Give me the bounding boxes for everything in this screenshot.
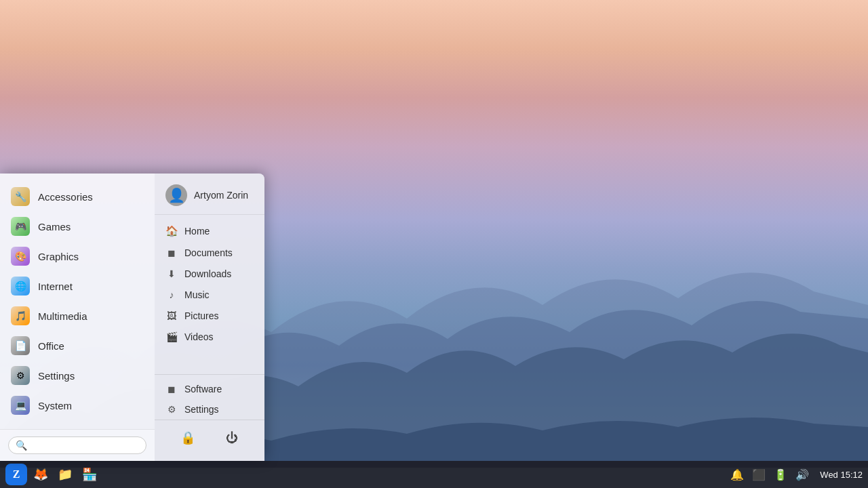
place-label-downloads: Downloads [184, 268, 231, 279]
place-label-settings-place: Settings [184, 404, 219, 415]
category-label-settings: Settings [38, 370, 75, 382]
place-icon-pictures: 🖼 [165, 310, 178, 321]
category-item-settings[interactable]: ⚙ Settings [0, 361, 155, 390]
place-icon-videos: 🎬 [165, 331, 178, 342]
taskbar-clock: Wed 15:12 [820, 470, 863, 480]
taskbar-display-icon[interactable]: ⬛ [752, 468, 766, 481]
place-icon-home: 🏠 [165, 225, 178, 237]
search-wrapper: 🔍 [8, 436, 146, 454]
action-power-icon: ⏻ [226, 431, 238, 445]
places-list: 🏠 Home ◼ Documents ⬇ Downloads ♪ Music 🖼… [155, 215, 264, 370]
category-label-system: System [38, 400, 72, 411]
place-item-downloads[interactable]: ⬇ Downloads [155, 263, 264, 284]
place-item-software[interactable]: ◼ Software [155, 379, 264, 399]
place-icon-software: ◼ [165, 384, 178, 394]
category-label-graphics: Graphics [38, 251, 79, 262]
category-label-accessories: Accessories [38, 191, 93, 203]
category-item-system[interactable]: 💻 System [0, 390, 155, 420]
category-icon-settings: ⚙ [11, 366, 30, 385]
place-label-home: Home [184, 226, 210, 237]
category-item-internet[interactable]: 🌐 Internet [0, 271, 155, 301]
category-item-accessories[interactable]: 🔧 Accessories [0, 182, 155, 211]
category-icon-internet: 🌐 [11, 277, 30, 296]
place-item-music[interactable]: ♪ Music [155, 284, 264, 305]
place-icon-settings-place: ⚙ [165, 404, 178, 415]
category-item-multimedia[interactable]: 🎵 Multimedia [0, 301, 155, 331]
taskbar-battery-icon[interactable]: 🔋 [774, 468, 787, 481]
search-area: 🔍 [0, 429, 155, 461]
action-power-button[interactable]: ⏻ [220, 426, 244, 450]
taskbar: Z🦊📁🏪 🔔⬛🔋🔊 Wed 15:12 [0, 461, 868, 488]
place-icon-music: ♪ [165, 289, 178, 300]
category-icon-accessories: 🔧 [11, 187, 30, 206]
place-item-pictures[interactable]: 🖼 Pictures [155, 305, 264, 326]
place-label-pictures: Pictures [184, 310, 219, 321]
taskbar-zorin-menu-icon[interactable]: Z [5, 464, 27, 485]
place-item-settings-place[interactable]: ⚙ Settings [155, 399, 264, 420]
category-icon-graphics: 🎨 [11, 247, 30, 266]
action-lock-icon: 🔒 [180, 430, 195, 445]
category-label-games: Games [38, 221, 71, 232]
action-lock-button[interactable]: 🔒 [176, 426, 200, 450]
category-icon-office: 📄 [11, 336, 30, 355]
user-profile[interactable]: 👤 Artyom Zorin [155, 174, 264, 215]
app-menu: 🔧 Accessories 🎮 Games 🎨 Graphics 🌐 Inter… [0, 174, 264, 461]
user-name: Artyom Zorin [194, 190, 248, 201]
category-label-multimedia: Multimedia [38, 310, 87, 322]
categories-panel: 🔧 Accessories 🎮 Games 🎨 Graphics 🌐 Inter… [0, 174, 155, 461]
search-input[interactable] [31, 440, 139, 451]
taskbar-files-icon[interactable]: 📁 [54, 464, 76, 485]
category-icon-games: 🎮 [11, 217, 30, 236]
search-icon: 🔍 [16, 440, 27, 451]
places-panel: 👤 Artyom Zorin 🏠 Home ◼ Documents ⬇ Down… [155, 174, 264, 461]
taskbar-volume-icon[interactable]: 🔊 [795, 468, 809, 481]
place-label-documents: Documents [184, 247, 233, 258]
category-icon-multimedia: 🎵 [11, 306, 30, 325]
place-item-home[interactable]: 🏠 Home [155, 220, 264, 242]
place-label-videos: Videos [184, 331, 214, 342]
avatar: 👤 [165, 184, 187, 206]
category-icon-system: 💻 [11, 396, 30, 415]
taskbar-notifications-icon[interactable]: 🔔 [730, 468, 744, 481]
taskbar-firefox-icon[interactable]: 🦊 [30, 464, 52, 485]
place-icon-downloads: ⬇ [165, 268, 178, 279]
places-divider [155, 374, 264, 375]
places-actions: 🔒⏻ [155, 420, 264, 453]
category-item-graphics[interactable]: 🎨 Graphics [0, 241, 155, 271]
place-icon-documents: ◼ [165, 247, 178, 258]
taskbar-right: 🔔⬛🔋🔊 Wed 15:12 [730, 468, 863, 481]
place-item-videos[interactable]: 🎬 Videos [155, 326, 264, 347]
taskbar-system-icons: 🔔⬛🔋🔊 [730, 468, 809, 481]
place-label-software: Software [184, 384, 222, 394]
category-label-office: Office [38, 340, 64, 352]
taskbar-left: Z🦊📁🏪 [5, 464, 730, 485]
category-item-games[interactable]: 🎮 Games [0, 211, 155, 241]
category-item-office[interactable]: 📄 Office [0, 331, 155, 361]
place-label-music: Music [184, 289, 210, 300]
place-item-documents[interactable]: ◼ Documents [155, 242, 264, 263]
taskbar-software-center-icon[interactable]: 🏪 [79, 464, 100, 485]
category-label-internet: Internet [38, 281, 73, 292]
